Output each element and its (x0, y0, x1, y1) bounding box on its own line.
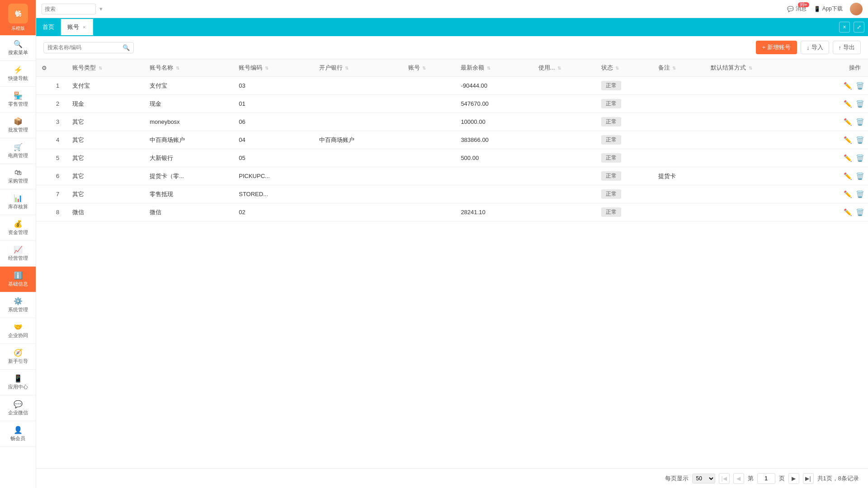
delete-button[interactable]: 🗑️ (856, 172, 864, 180)
prev-page-button[interactable]: ◀ (733, 473, 744, 484)
app-download-icon: 📱 (814, 6, 821, 12)
col-usage[interactable]: 使用... ⇅ (535, 59, 598, 77)
cell-default-settlement (707, 167, 809, 185)
cell-bank (316, 95, 405, 113)
tab-accounts[interactable]: 账号 × (61, 19, 93, 35)
table-row: 5 其它 大新银行 05 500.00 正常 ✏️ 🗑️ (36, 149, 868, 167)
col-status[interactable]: 状态 ⇅ (598, 59, 655, 77)
user-avatar[interactable] (850, 3, 863, 15)
sidebar-item-system-mgmt[interactable]: ⚙️ 系统管理 (0, 292, 36, 318)
sidebar-item-label: 电商管理 (8, 152, 28, 159)
col-remark[interactable]: 备注 ⇅ (655, 59, 708, 77)
edit-button[interactable]: ✏️ (844, 136, 852, 144)
toolbar-left: 🔍 (43, 42, 134, 53)
edit-button[interactable]: ✏️ (844, 82, 852, 90)
sidebar-item-quick-nav[interactable]: ⚡ 快捷导航 (0, 61, 36, 87)
export-label: 导出 (843, 43, 855, 52)
export-button[interactable]: ↑ 导出 (833, 41, 861, 54)
sidebar-item-label: 零售管理 (8, 101, 28, 108)
delete-button[interactable]: 🗑️ (856, 208, 864, 216)
delete-button[interactable]: 🗑️ (856, 82, 864, 90)
cell-latest-balance: 383866.00 (457, 131, 534, 149)
logo-icon: 畅 (8, 4, 28, 23)
sidebar-item-ecommerce-mgmt[interactable]: 🛒 电商管理 (0, 138, 36, 164)
delete-button[interactable]: 🗑️ (856, 118, 864, 126)
cell-latest-balance: 28241.10 (457, 203, 534, 221)
sidebar-item-search-menu[interactable]: 🔍 搜索菜单 (0, 35, 36, 61)
cell-default-settlement (707, 185, 809, 203)
main-area: ▾ 💬 消息 99+ 📱 App下载 首页 账号 × × (36, 0, 868, 488)
sidebar-item-basic-info[interactable]: ℹ️ 基础信息 (0, 267, 36, 292)
col-default-settlement[interactable]: 默认结算方式 ⇅ (707, 59, 809, 77)
col-latest-balance[interactable]: 最新余额 ⇅ (457, 59, 534, 77)
topbar: ▾ 💬 消息 99+ 📱 App下载 (36, 0, 868, 18)
add-account-button[interactable]: + 新增账号 (756, 41, 797, 54)
tab-home[interactable]: 首页 (36, 19, 61, 35)
topbar-search-input[interactable] (42, 4, 96, 14)
edit-button[interactable]: ✏️ (844, 208, 852, 216)
page-close-button[interactable]: × (839, 22, 850, 33)
cell-usage (535, 95, 598, 113)
search-icon[interactable]: 🔍 (123, 44, 130, 51)
cell-remark (655, 95, 708, 113)
import-button[interactable]: ↓ 导入 (801, 41, 829, 54)
col-account-code[interactable]: 账号编码 ⇅ (235, 59, 315, 77)
sidebar-item-app-center[interactable]: 📱 应用中心 (0, 370, 36, 395)
edit-button[interactable]: ✏️ (844, 118, 852, 126)
edit-button[interactable]: ✏️ (844, 172, 852, 180)
delete-button[interactable]: 🗑️ (856, 100, 864, 108)
cell-status: 正常 (598, 77, 655, 95)
cell-account (405, 95, 458, 113)
tab-bar: 首页 账号 × × ⤢ (36, 18, 868, 36)
sidebar-item-ops-mgmt[interactable]: 📈 经营管理 (0, 241, 36, 267)
sidebar-item-inventory-check[interactable]: 📊 库存核算 (0, 189, 36, 215)
sidebar-item-enterprise-agreement[interactable]: 🤝 企业协同 (0, 318, 36, 344)
purchase-mgmt-icon: 🛍 (14, 169, 22, 177)
col-num (52, 59, 69, 77)
col-account-type[interactable]: 账号类型 ⇅ (69, 59, 146, 77)
msg-button[interactable]: 💬 消息 99+ (787, 5, 807, 13)
cell-account-code: 03 (235, 77, 315, 95)
col-bank[interactable]: 开户银行 ⇅ (316, 59, 405, 77)
search-input[interactable] (47, 44, 120, 51)
accounts-table: ⚙ 账号类型 ⇅ 账号名称 ⇅ 账号编码 ⇅ 开户银行 ⇅ 账号 ⇅ 最新余额 … (36, 59, 868, 221)
tab-accounts-close[interactable]: × (82, 24, 86, 30)
pagination-bar: 每页显示 102050100 |◀ ◀ 第 页 ▶ ▶| 共1页，8条记录 (36, 468, 868, 488)
edit-button[interactable]: ✏️ (844, 154, 852, 162)
sidebar-item-label: 资金管理 (8, 229, 28, 236)
per-page-select[interactable]: 102050100 (692, 474, 715, 483)
page-input[interactable] (757, 473, 775, 484)
cell-bank (316, 149, 405, 167)
cell-actions: ✏️ 🗑️ (809, 167, 868, 185)
sidebar-item-purchase-mgmt[interactable]: 🛍 采购管理 (0, 164, 36, 189)
sidebar-item-finance-mgmt[interactable]: 💰 资金管理 (0, 215, 36, 241)
sidebar-item-beginner-guide[interactable]: 🧭 新手引导 (0, 344, 36, 370)
sidebar-item-chang-member[interactable]: 👤 畅会员 (0, 421, 36, 447)
table-row: 8 微信 微信 02 28241.10 正常 ✏️ 🗑️ (36, 203, 868, 221)
page-expand-button[interactable]: ⤢ (854, 22, 864, 33)
sidebar-item-enterprise-wechat[interactable]: 💬 企业微信 (0, 395, 36, 421)
toolbar-right: + 新增账号 ↓ 导入 ↑ 导出 (756, 41, 861, 54)
app-download-button[interactable]: 📱 App下载 (814, 5, 843, 13)
cell-usage (535, 113, 598, 131)
delete-button[interactable]: 🗑️ (856, 190, 864, 198)
sidebar-item-wholesale-mgmt[interactable]: 📦 批发管理 (0, 113, 36, 138)
cell-num: 6 (52, 167, 69, 185)
next-page-button[interactable]: ▶ (788, 473, 799, 484)
sidebar-item-retail-mgmt[interactable]: 🏪 零售管理 (0, 87, 36, 113)
cell-account-name: 支付宝 (146, 77, 235, 95)
topbar-dropdown-icon[interactable]: ▾ (99, 5, 103, 12)
delete-button[interactable]: 🗑️ (856, 136, 864, 144)
edit-button[interactable]: ✏️ (844, 190, 852, 198)
first-page-button[interactable]: |◀ (719, 473, 730, 484)
col-account-name[interactable]: 账号名称 ⇅ (146, 59, 235, 77)
col-account[interactable]: 账号 ⇅ (405, 59, 458, 77)
delete-button[interactable]: 🗑️ (856, 154, 864, 162)
cell-setting (36, 95, 52, 113)
import-icon: ↓ (807, 44, 810, 51)
col-setting[interactable]: ⚙ (36, 59, 52, 77)
cell-default-settlement (707, 149, 809, 167)
edit-button[interactable]: ✏️ (844, 100, 852, 108)
last-page-button[interactable]: ▶| (803, 473, 814, 484)
cell-remark (655, 203, 708, 221)
